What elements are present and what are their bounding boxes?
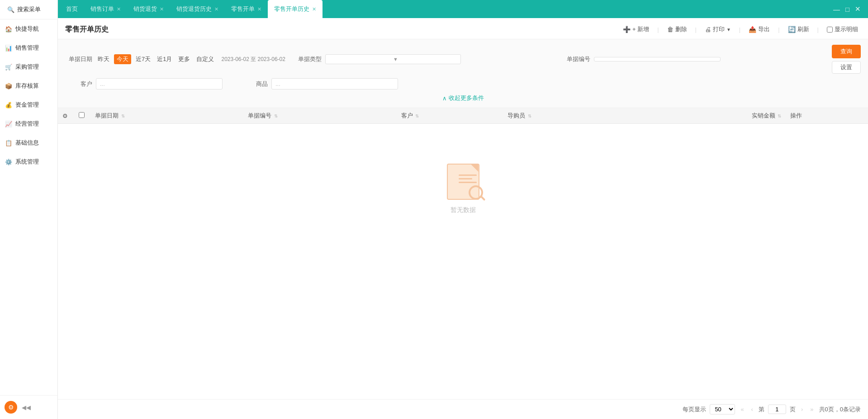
add-label: + 新增: [632, 25, 649, 33]
tab-label-sales-return-history: 销货退货历史: [176, 5, 212, 13]
date-opt-近7天[interactable]: 近7天: [134, 54, 152, 64]
divider5: |: [817, 26, 819, 33]
next-page-button[interactable]: ›: [799, 405, 805, 414]
empty-state: 暂无数据: [58, 124, 868, 250]
customer-input[interactable]: ...: [96, 78, 223, 89]
total-info: 共0页，0条记录: [819, 405, 861, 414]
table-settings-col[interactable]: ⚙: [58, 108, 74, 124]
tab-close-sales-return-history[interactable]: ✕: [214, 6, 218, 12]
tab-close-retail-open-history[interactable]: ✕: [312, 6, 316, 12]
delete-icon: 🗑: [667, 26, 674, 33]
col-amount[interactable]: 实销金额 ⇅: [633, 108, 786, 124]
print-button[interactable]: 🖨 打印 ▼: [702, 24, 734, 35]
product-placeholder: ...: [275, 80, 280, 87]
sidebar-item-quick-nav[interactable]: 🏠快捷导航: [0, 19, 57, 38]
settings-button[interactable]: 设置: [832, 61, 861, 74]
tab-close-retail-open[interactable]: ✕: [257, 6, 261, 12]
tab-sales-order[interactable]: 销售订单✕: [84, 0, 127, 18]
salesperson-sort-icon: ⇅: [528, 113, 531, 118]
settings-gear-button[interactable]: ⚙: [5, 401, 17, 414]
display-detail-button[interactable]: 显示明细: [824, 24, 861, 35]
query-button[interactable]: 查询: [832, 45, 861, 58]
sidebar-icon-finance-mgmt: 💰: [5, 101, 13, 109]
sidebar-collapse-button[interactable]: ◀◀: [22, 404, 31, 411]
date-opt-昨天[interactable]: 昨天: [96, 54, 111, 64]
export-button[interactable]: 📤 导出: [746, 24, 773, 35]
select-all-checkbox[interactable]: [79, 112, 85, 118]
delete-button[interactable]: 🗑 删除: [664, 24, 690, 35]
per-page-select[interactable]: 102050100: [710, 404, 735, 414]
date-opt-近1月[interactable]: 近1月: [155, 54, 174, 64]
empty-text: 暂无数据: [451, 206, 476, 214]
sidebar-label-inventory: 库存核算: [15, 82, 39, 90]
page-input[interactable]: [768, 405, 786, 414]
tab-close-sales-order[interactable]: ✕: [117, 6, 121, 12]
first-page-button[interactable]: «: [739, 405, 745, 414]
last-page-button[interactable]: »: [808, 405, 815, 414]
window-minimize-button[interactable]: —: [833, 5, 840, 13]
tab-label-home: 首页: [66, 5, 78, 13]
table-header-row: ⚙ 单据日期 ⇅ 单据编号 ⇅ 客户 ⇅ 导购员 ⇅ 实销金额 ⇅ 操作: [58, 108, 868, 124]
collapse-more-button[interactable]: ∧ 收起更多条件: [65, 94, 861, 102]
no-sort-icon: ⇅: [274, 113, 278, 118]
tab-label-retail-open-history: 零售开单历史: [274, 5, 309, 13]
export-icon: 📤: [749, 26, 756, 33]
add-icon: ➕: [623, 26, 631, 33]
sidebar-label-finance-mgmt: 资金管理: [15, 101, 39, 109]
filter-area: 单据日期 昨天今天近7天近1月更多自定义 2023-06-02 至 2023-0…: [58, 39, 868, 108]
tab-sales-return-history[interactable]: 销货退货历史✕: [170, 0, 225, 18]
doc-type-label: 单据类型: [294, 55, 322, 63]
sidebar-item-operation-mgmt[interactable]: 📈经营管理: [0, 114, 57, 133]
sidebar-item-basic-info[interactable]: 📋基础信息: [0, 133, 57, 152]
tab-retail-open[interactable]: 零售开单✕: [225, 0, 268, 18]
divider1: |: [657, 26, 659, 33]
sidebar: 🔍 搜索采单 🏠快捷导航📊销售管理🛒采购管理📦库存核算💰资金管理📈经营管理📋基础…: [0, 0, 58, 419]
date-opt-自定义[interactable]: 自定义: [194, 54, 216, 64]
print-label: 打印: [713, 25, 725, 33]
date-opt-更多[interactable]: 更多: [176, 54, 192, 64]
tab-sales-return[interactable]: 销货退货✕: [127, 0, 170, 18]
prev-page-button[interactable]: ‹: [749, 405, 755, 414]
sidebar-item-inventory[interactable]: 📦库存核算: [0, 76, 57, 95]
sidebar-label-purchase-mgmt: 采购管理: [15, 63, 39, 71]
sidebar-item-finance-mgmt[interactable]: 💰资金管理: [0, 95, 57, 114]
empty-illustration: [441, 160, 486, 201]
chevron-up-icon: ∧: [442, 95, 447, 102]
doc-line-2: [459, 178, 472, 179]
col-customer[interactable]: 客户 ⇅: [397, 108, 503, 124]
product-input[interactable]: ...: [271, 78, 398, 89]
sidebar-label-sales-mgmt: 销售管理: [15, 44, 39, 52]
export-label: 导出: [758, 25, 770, 33]
display-detail-checkbox[interactable]: [827, 27, 833, 33]
refresh-button[interactable]: 🔄 刷新: [785, 24, 812, 35]
tab-retail-open-history[interactable]: 零售开单历史✕: [268, 0, 323, 18]
sidebar-item-purchase-mgmt[interactable]: 🛒采购管理: [0, 57, 57, 76]
sidebar-label-quick-nav: 快捷导航: [15, 25, 39, 33]
doc-no-input[interactable]: [594, 57, 721, 61]
tab-close-sales-return[interactable]: ✕: [160, 6, 164, 12]
date-opt-今天[interactable]: 今天: [114, 54, 131, 64]
sidebar-search[interactable]: 🔍 搜索采单: [0, 0, 57, 19]
table-checkbox-col[interactable]: [74, 108, 90, 124]
sidebar-icon-basic-info: 📋: [5, 139, 13, 147]
date-filter-label: 单据日期: [65, 55, 92, 63]
window-close-button[interactable]: ✕: [855, 5, 861, 13]
tab-bar-right: — □ ✕: [833, 5, 866, 13]
divider4: |: [778, 26, 779, 33]
sidebar-item-system-mgmt[interactable]: ⚙️系统管理: [0, 152, 57, 171]
page-word: 第: [759, 405, 764, 414]
doc-type-select[interactable]: ▼: [325, 54, 461, 64]
sidebar-item-sales-mgmt[interactable]: 📊销售管理: [0, 38, 57, 57]
add-button[interactable]: ➕ + 新增: [620, 24, 652, 35]
tab-home[interactable]: 首页: [60, 0, 84, 18]
col-date[interactable]: 单据日期 ⇅: [90, 108, 243, 124]
col-action: 操作: [786, 108, 868, 124]
window-maximize-button[interactable]: □: [845, 5, 849, 13]
col-no[interactable]: 单据编号 ⇅: [243, 108, 396, 124]
sidebar-icon-sales-mgmt: 📊: [5, 44, 13, 52]
tab-label-retail-open: 零售开单: [231, 5, 255, 13]
doc-line-1: [459, 174, 477, 176]
col-salesperson[interactable]: 导购员 ⇅: [503, 108, 633, 124]
doc-no-label: 单据编号: [563, 55, 590, 63]
sidebar-bottom: ⚙ ◀◀: [0, 395, 57, 419]
